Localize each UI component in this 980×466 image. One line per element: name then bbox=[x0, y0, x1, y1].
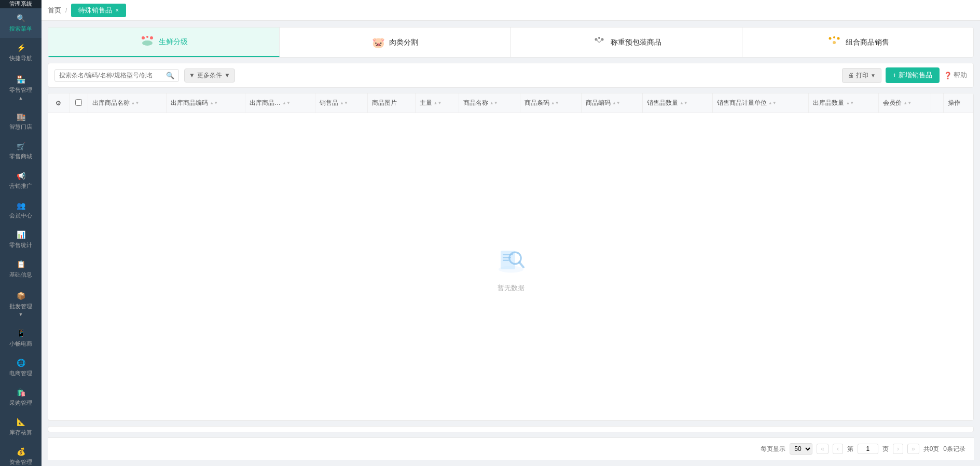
toolbar-right: 🖨 打印 ▼ + 新增销售品 ❓ 帮助 bbox=[842, 67, 967, 83]
svg-point-9 bbox=[829, 37, 831, 40]
gear-icon[interactable]: ⚙ bbox=[56, 100, 61, 107]
sort-member-price[interactable]: ▲▼ bbox=[903, 101, 912, 105]
sidebar-item-member[interactable]: 👥 会员中心 bbox=[0, 196, 42, 225]
filter-button[interactable]: ▼ 更多条件 ▼ bbox=[184, 68, 235, 83]
help-button[interactable]: ❓ 帮助 bbox=[944, 71, 967, 80]
sidebar-item-wholesale[interactable]: 📦 批发管理 ▼ bbox=[0, 286, 42, 323]
tab-weigh[interactable]: 称重预包装商品 bbox=[511, 28, 742, 57]
sidebar-item-mini-ecom[interactable]: 📱 小畅电商 bbox=[0, 323, 42, 353]
stats-icon: 📊 bbox=[17, 230, 25, 240]
sidebar-item-retail-mall[interactable]: 🛒 零售商城 bbox=[0, 136, 42, 166]
tab-combo[interactable]: 组合商品销售 bbox=[742, 28, 973, 57]
sidebar-item-retail[interactable]: 🏪 零售管理 ▲ bbox=[0, 70, 42, 107]
col-sales-item[interactable]: 销售品 ▲▼ bbox=[315, 93, 368, 113]
col-sales-qty[interactable]: 销售品数量 ▲▼ bbox=[642, 93, 712, 113]
svg-point-3 bbox=[142, 40, 153, 46]
product-table: ⚙ 出库商品名称 ▲▼ 出库 bbox=[48, 93, 973, 113]
sidebar-item-ecom-mgmt[interactable]: 🌐 电商管理 bbox=[0, 353, 42, 382]
col-sales-unit[interactable]: 销售商品计量单位 ▲▼ bbox=[712, 93, 809, 113]
sort-sales-qty[interactable]: ▲▼ bbox=[680, 101, 688, 105]
retail-icon: 🏪 bbox=[17, 75, 25, 85]
last-page-button[interactable]: » bbox=[907, 444, 919, 454]
filter-arrow-icon: ▼ bbox=[224, 72, 230, 79]
sort-goods-code[interactable]: ▲▼ bbox=[612, 101, 620, 105]
empty-state: 暂无数据 bbox=[48, 113, 973, 420]
weigh-svg-icon bbox=[592, 35, 606, 47]
col-barcode[interactable]: 商品条码 ▲▼ bbox=[520, 93, 581, 113]
h-scrollbar[interactable] bbox=[54, 427, 967, 432]
weigh-tab-icon bbox=[592, 35, 606, 49]
purchase-icon: 🛍️ bbox=[17, 388, 25, 398]
col-spacer bbox=[931, 93, 944, 113]
per-page-select[interactable]: 50 bbox=[790, 443, 812, 455]
sort-out-spec[interactable]: ▲▼ bbox=[282, 101, 291, 105]
col-out-spec[interactable]: 出库商品… ▲▼ bbox=[245, 93, 315, 113]
next-page-button[interactable]: › bbox=[893, 444, 903, 454]
retail-arrow: ▲ bbox=[19, 95, 23, 102]
col-out-qty[interactable]: 出库品数量 ▲▼ bbox=[809, 93, 879, 113]
total-pages: 共0页 bbox=[923, 445, 940, 454]
product-table-wrap: ⚙ 出库商品名称 ▲▼ 出库 bbox=[48, 93, 974, 421]
col-out-code[interactable]: 出库商品编码 ▲▼ bbox=[167, 93, 245, 113]
help-icon: ❓ bbox=[944, 72, 952, 79]
print-button[interactable]: 🖨 打印 ▼ bbox=[842, 68, 881, 83]
sort-weight[interactable]: ▲▼ bbox=[434, 101, 442, 105]
filter-icon: ▼ bbox=[189, 72, 195, 79]
svg-line-8 bbox=[599, 39, 602, 43]
member-icon: 👥 bbox=[17, 201, 25, 211]
col-action: 操作 bbox=[944, 93, 973, 113]
col-weight[interactable]: 主量 ▲▼ bbox=[415, 93, 459, 113]
sidebar-item-finance[interactable]: 💰 资金管理 bbox=[0, 442, 42, 466]
sidebar-item-retail-stats[interactable]: 📊 零售统计 bbox=[0, 225, 42, 254]
sidebar-item-smart-store[interactable]: 🏬 智慧门店 bbox=[0, 107, 42, 136]
col-image: 商品图片 bbox=[368, 93, 415, 113]
tab-close-icon[interactable]: × bbox=[115, 7, 119, 14]
sort-barcode[interactable]: ▲▼ bbox=[551, 101, 559, 105]
first-page-button[interactable]: « bbox=[817, 444, 829, 454]
prev-page-button[interactable]: ‹ bbox=[833, 444, 843, 454]
sidebar-item-basic-info[interactable]: 📋 基础信息 bbox=[0, 254, 42, 284]
sidebar-item-inventory[interactable]: 📐 库存核算 bbox=[0, 412, 42, 442]
search-input[interactable] bbox=[59, 72, 163, 79]
wholesale-arrow: ▼ bbox=[19, 311, 23, 318]
search-icon-btn[interactable]: 🔍 bbox=[166, 72, 174, 79]
category-tabs: 生鲜分级 🐷 肉类分割 称重预包装商品 bbox=[48, 27, 974, 58]
page-input[interactable] bbox=[858, 444, 878, 454]
sort-out-code[interactable]: ▲▼ bbox=[210, 101, 218, 105]
fresh-svg-icon bbox=[140, 35, 155, 46]
sort-sales-item[interactable]: ▲▼ bbox=[340, 101, 348, 105]
mini-ecom-icon: 📱 bbox=[17, 328, 25, 339]
col-check[interactable] bbox=[69, 93, 88, 113]
sort-sales-unit[interactable]: ▲▼ bbox=[768, 101, 777, 105]
sidebar-item-search[interactable]: 🔍 搜索菜单 bbox=[0, 8, 42, 38]
combo-svg-icon bbox=[827, 35, 841, 47]
weigh-tab-label: 称重预包装商品 bbox=[611, 38, 661, 47]
col-goods-name[interactable]: 商品名称 ▲▼ bbox=[459, 93, 520, 113]
meat-tab-icon: 🐷 bbox=[372, 36, 385, 49]
ecom-mgmt-icon: 🌐 bbox=[17, 358, 25, 368]
col-goods-code[interactable]: 商品编码 ▲▼ bbox=[581, 93, 642, 113]
combo-tab-label: 组合商品销售 bbox=[846, 38, 889, 47]
svg-point-0 bbox=[142, 36, 145, 39]
col-out-name[interactable]: 出库商品名称 ▲▼ bbox=[88, 93, 167, 113]
col-gear[interactable]: ⚙ bbox=[48, 93, 69, 113]
col-member-price[interactable]: 会员价 ▲▼ bbox=[879, 93, 931, 113]
sidebar-item-purchase[interactable]: 🛍️ 采购管理 bbox=[0, 382, 42, 412]
sort-out-qty[interactable]: ▲▼ bbox=[846, 101, 854, 105]
sort-out-name[interactable]: ▲▼ bbox=[131, 101, 140, 105]
tab-meat[interactable]: 🐷 肉类分割 bbox=[280, 28, 511, 57]
tab-fresh[interactable]: 生鲜分级 bbox=[48, 28, 280, 57]
svg-point-2 bbox=[150, 36, 153, 39]
page-label: 页 bbox=[882, 445, 889, 454]
svg-point-10 bbox=[833, 36, 835, 38]
new-product-button[interactable]: + 新增销售品 bbox=[886, 67, 940, 83]
combo-tab-icon bbox=[827, 35, 841, 49]
inventory-icon: 📐 bbox=[17, 417, 25, 428]
sort-goods-name[interactable]: ▲▼ bbox=[490, 101, 498, 105]
svg-line-19 bbox=[519, 262, 523, 267]
sidebar-item-quick[interactable]: ⚡ 快捷导航 bbox=[0, 38, 42, 67]
active-tab[interactable]: 特殊销售品 × bbox=[71, 4, 126, 17]
sidebar-item-sales-promo[interactable]: 📢 营销推广 bbox=[0, 166, 42, 196]
select-all-checkbox[interactable] bbox=[75, 99, 82, 106]
home-link[interactable]: 首页 bbox=[48, 6, 61, 15]
